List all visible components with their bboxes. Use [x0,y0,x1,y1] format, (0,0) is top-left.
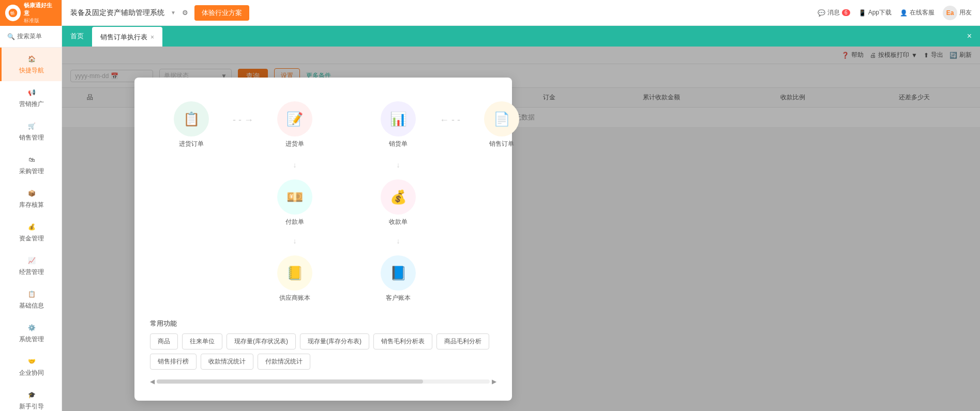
sidebar-item-basic-info[interactable]: 📋 基础信息 [0,283,62,316]
logo-text: 畅康通好生意 [24,2,56,17]
sidebar-item-quick-nav[interactable]: 🏠 快捷导航 [0,48,62,81]
tab-sales-order[interactable]: 销售订单执行表 × [92,27,162,48]
settings-icon[interactable]: ⚙ [182,9,188,17]
sidebar-item-label: 销售管理 [19,133,44,142]
sidebar-item-system[interactable]: ⚙️ 系统管理 [0,316,62,350]
main-area: 装备及固定资产辅助管理系统 ▼ ⚙ 体验行业方案 💬 消息 6 📱 App下载 … [62,0,980,411]
home-icon: 🏠 [26,54,37,64]
common-functions-title: 常用功能 [150,319,496,328]
flow-cell-sales-bill[interactable]: 📊 销货单 [357,93,440,157]
common-functions: 常用功能 商品 往来单位 现存量(库存状况表) 现存量(库存分布表) 销售毛利分… [150,319,496,370]
flow-cell-sales-order[interactable]: 📄 销售订单 [460,93,543,157]
func-btn-product-profit[interactable]: 商品毛利分析 [436,333,489,349]
purchase-bill-icon: 📝 [277,101,312,136]
search-menu-button[interactable]: 🔍 搜索菜单 [5,30,56,43]
system-icon: ⚙️ [26,323,37,333]
func-btn-partner[interactable]: 往来单位 [182,333,222,349]
finance-icon: 💰 [26,222,37,232]
user-avatar: Ea [943,6,957,20]
arrow-down-purchase: ↓ [253,161,336,169]
guide-icon: 🎓 [26,390,37,400]
flow-cell-purchase-bill[interactable]: 📝 进货单 [253,93,336,157]
online-service-button[interactable]: 👤 在线客服 [900,8,934,17]
inventory-icon: 📦 [26,188,37,199]
sidebar-item-label: 新手引导 [19,402,44,411]
receipt-label: 收款单 [389,218,408,226]
func-btn-product[interactable]: 商品 [150,333,178,349]
sidebar-logo: 畅 畅康通好生意 标准版 [0,0,62,26]
sidebar-item-label: 库存核算 [19,201,44,209]
basic-info-icon: 📋 [26,289,37,299]
sidebar-item-inventory[interactable]: 📦 库存核算 [0,182,62,216]
payment-label: 付款单 [285,218,304,226]
user-menu[interactable]: Ea 用友 [943,6,972,20]
sales-bill-label: 销货单 [389,140,408,148]
header-right: 💬 消息 6 📱 App下载 👤 在线客服 Ea 用友 [818,6,972,20]
experience-button[interactable]: 体验行业方案 [194,5,249,21]
app-download-label: App下载 [868,8,892,17]
tab-sales-order-label: 销售订单执行表 [100,33,147,42]
flow-cell-receipt[interactable]: 💰 收款单 [357,171,440,235]
tab-home-label: 首页 [70,32,84,41]
search-label: 搜索菜单 [17,32,42,41]
arrow-left-1: ← - - [440,115,460,135]
sidebar-item-operations[interactable]: 📈 经营管理 [0,249,62,283]
flow-cell-customer-ledger[interactable]: 📘 客户账本 [357,247,440,311]
arrow-down-payment: ↓ [253,237,336,245]
modal-overlay: 📋 进货订单 - - → 📝 进货单 📊 销货单 [62,47,980,411]
scroll-left-icon[interactable]: ◀ [150,378,155,385]
sidebar-item-marketing[interactable]: 📢 营销推广 [0,81,62,115]
app-download-button[interactable]: 📱 App下载 [858,8,892,17]
func-buttons-row2: 销售排行榜 收款情况统计 付款情况统计 [150,354,496,370]
sidebar-item-label: 快捷导航 [19,66,44,75]
logo-icon: 畅 [5,5,21,21]
close-window-icon[interactable]: × [967,32,972,41]
dropdown-arrow-icon[interactable]: ▼ [171,10,176,16]
purchase-order-icon: 📋 [174,101,209,136]
supplier-ledger-label: 供应商账本 [279,294,310,302]
purchase-order-label: 进货订单 [179,140,204,148]
flow-cell-payment[interactable]: 💴 付款单 [253,171,336,235]
sidebar-item-sales[interactable]: 🛒 销售管理 [0,115,62,148]
arrow-right-1: - - → [233,115,253,135]
func-btn-sales-ranking[interactable]: 销售排行榜 [150,354,197,370]
tab-home[interactable]: 首页 [62,26,92,47]
purchase-bill-label: 进货单 [285,140,304,148]
sidebar-item-guide[interactable]: 🎓 新手引导 [0,384,62,411]
system-title: 装备及固定资产辅助管理系统 [70,8,164,18]
message-icon: 💬 [818,9,825,17]
modal-box: 📋 进货订单 - - → 📝 进货单 📊 销货单 [134,78,512,401]
receipt-icon: 💰 [381,179,416,215]
func-btn-stock-status[interactable]: 现存量(库存状况表) [227,333,296,349]
sidebar-search[interactable]: 🔍 搜索菜单 [0,26,62,48]
func-btn-stock-dist[interactable]: 现存量(库存分布表) [300,333,369,349]
online-service-label: 在线客服 [910,8,934,17]
arrow-down-sales: ↓ [357,161,440,169]
arrow-down-receipt: ↓ [357,237,440,245]
sales-icon: 🛒 [26,121,37,131]
scroll-right-icon[interactable]: ▶ [492,378,496,385]
sidebar-item-label: 采购管理 [19,167,44,176]
scrollbar-track[interactable] [157,379,490,384]
sidebar-item-label: 经营管理 [19,268,44,277]
sidebar-item-label: 企业协同 [19,369,44,377]
message-button[interactable]: 💬 消息 6 [818,8,850,17]
flow-cell-purchase-order[interactable]: 📋 进货订单 [150,93,233,157]
func-btn-receipt-stats[interactable]: 收款情况统计 [201,354,253,370]
svg-text:畅: 畅 [10,10,14,16]
marketing-icon: 📢 [26,87,37,98]
sidebar-item-purchase[interactable]: 🛍 采购管理 [0,148,62,182]
sidebar-item-finance[interactable]: 💰 资金管理 [0,216,62,249]
modal-scrollbar: ◀ ▶ [150,378,496,385]
flow-cell-supplier-ledger[interactable]: 📒 供应商账本 [253,247,336,311]
sales-order-label: 销售订单 [489,140,514,148]
sidebar: 畅 畅康通好生意 标准版 🔍 搜索菜单 🏠 快捷导航 📢 营销推广 🛒 销售管理 [0,0,62,411]
func-btn-payment-stats[interactable]: 付款情况统计 [258,354,310,370]
message-label: 消息 [827,8,840,17]
sidebar-item-collab[interactable]: 🤝 企业协同 [0,350,62,384]
func-btn-sales-profit[interactable]: 销售毛利分析表 [373,333,432,349]
collab-icon: 🤝 [26,356,37,367]
scrollbar-thumb [157,379,423,384]
sales-order-icon: 📄 [484,101,519,136]
tab-close-icon[interactable]: × [150,34,154,41]
